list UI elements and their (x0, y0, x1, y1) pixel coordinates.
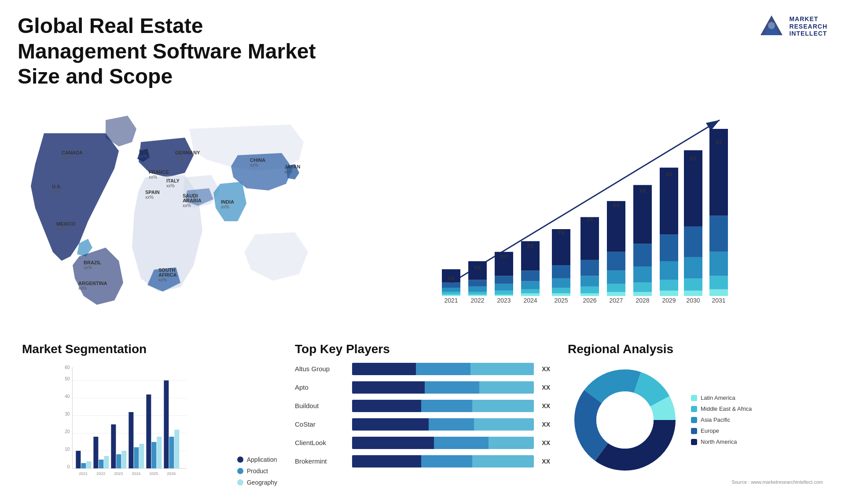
svg-rect-150 (174, 430, 179, 468)
svg-point-2 (768, 22, 775, 29)
svg-text:JAPAN: JAPAN (284, 164, 301, 169)
svg-text:XX: XX (586, 216, 593, 223)
svg-rect-59 (552, 278, 570, 288)
svg-text:XX: XX (715, 139, 722, 146)
svg-text:xx%: xx% (221, 205, 229, 209)
svg-rect-79 (660, 261, 678, 280)
svg-text:XX: XX (613, 202, 620, 208)
svg-rect-49 (495, 284, 513, 290)
player-bar (352, 381, 534, 394)
player-name: Altus Group (295, 365, 348, 373)
header: Global Real Estate Management Software M… (18, 13, 827, 89)
page: Global Real Estate Management Software M… (0, 0, 845, 504)
svg-rect-87 (709, 289, 728, 296)
svg-text:ARGENTINA: ARGENTINA (78, 281, 107, 286)
svg-text:CHINA: CHINA (250, 157, 265, 163)
svg-text:GERMANY: GERMANY (175, 150, 200, 155)
regional-section: Regional Analysis (563, 338, 827, 490)
logo-area: MARKET RESEARCH INTELLECT (758, 13, 827, 40)
svg-rect-140 (129, 412, 133, 468)
player-name: Apto (295, 383, 348, 391)
svg-text:2023: 2023 (114, 471, 123, 476)
svg-text:2022: 2022 (470, 297, 484, 304)
player-value: XX (542, 384, 550, 391)
svg-rect-133 (99, 460, 103, 468)
svg-text:2028: 2028 (636, 297, 649, 304)
svg-rect-38 (442, 292, 460, 295)
legend-dot-geography (237, 479, 243, 486)
svg-rect-83 (684, 278, 702, 290)
seg-bars-container: 0 10 20 30 40 50 60 (22, 363, 228, 486)
svg-text:XX: XX (527, 243, 534, 249)
player-value: XX (542, 458, 550, 465)
player-name: ClientLook (295, 439, 348, 446)
svg-rect-144 (146, 394, 151, 468)
svg-point-157 (596, 391, 654, 449)
svg-rect-75 (633, 244, 652, 267)
svg-text:xx%: xx% (284, 169, 293, 174)
svg-rect-52 (521, 293, 540, 296)
svg-rect-149 (169, 437, 174, 468)
legend-product: Product (237, 467, 277, 475)
svg-rect-68 (607, 284, 625, 292)
player-value: XX (542, 439, 550, 446)
svg-text:XX: XX (690, 156, 697, 162)
svg-text:2025: 2025 (554, 297, 568, 304)
svg-text:2021: 2021 (444, 297, 458, 304)
players-section: Top Key Players Altus Group XX Apto (290, 338, 555, 490)
svg-text:XX: XX (665, 172, 672, 178)
player-row: Apto XX (295, 381, 550, 394)
svg-rect-45 (468, 280, 487, 286)
player-bar (352, 363, 534, 375)
logo-text: MARKET RESEARCH INTELLECT (789, 15, 827, 37)
source-text: Source : www.marketresearchintellect.com (568, 479, 823, 485)
svg-text:2031: 2031 (712, 297, 725, 304)
svg-text:10: 10 (65, 447, 70, 452)
svg-text:xx%: xx% (183, 203, 191, 208)
svg-text:U.S.: U.S. (52, 184, 61, 189)
donut-chart (568, 363, 682, 477)
svg-text:CANADA: CANADA (62, 150, 83, 155)
players-title: Top Key Players (295, 342, 550, 356)
svg-rect-50 (495, 276, 513, 284)
svg-text:xx%: xx% (166, 183, 175, 188)
svg-text:ITALY: ITALY (166, 178, 180, 183)
svg-text:2024: 2024 (132, 471, 140, 476)
player-value: XX (542, 402, 550, 409)
svg-text:xx%: xx% (78, 286, 87, 291)
svg-text:ARABIA: ARABIA (183, 198, 202, 203)
seg-chart-svg: 0 10 20 30 40 50 60 (22, 363, 228, 486)
svg-rect-55 (521, 270, 540, 281)
svg-rect-89 (709, 252, 728, 276)
bar-chart: 2021 2022 2023 2024 2025 2026 2027 2028 … (339, 107, 819, 318)
svg-rect-70 (607, 252, 625, 270)
svg-rect-64 (580, 276, 599, 286)
player-bar (352, 400, 534, 412)
player-bar (352, 418, 534, 431)
svg-rect-148 (164, 380, 169, 468)
svg-rect-85 (684, 226, 702, 257)
svg-rect-132 (93, 437, 98, 468)
svg-text:xx%: xx% (250, 163, 258, 168)
svg-text:xx%: xx% (84, 265, 92, 270)
svg-text:XX: XX (500, 254, 507, 260)
svg-rect-141 (134, 447, 139, 468)
svg-rect-44 (468, 287, 487, 292)
player-row: Brokermint XX (295, 455, 550, 467)
svg-rect-67 (607, 292, 625, 296)
svg-rect-60 (552, 265, 570, 278)
svg-text:INDIA: INDIA (221, 199, 234, 205)
segmentation-section: Market Segmentation 0 10 20 30 40 50 (18, 338, 282, 490)
svg-text:BRAZIL: BRAZIL (84, 260, 102, 265)
svg-text:AFRICA: AFRICA (158, 272, 177, 278)
svg-rect-134 (104, 456, 109, 468)
player-row: CoStar XX (295, 418, 550, 431)
svg-rect-71 (607, 201, 625, 252)
svg-text:2026: 2026 (583, 297, 596, 304)
legend-europe: Europe (691, 427, 752, 434)
svg-text:SPAIN: SPAIN (145, 190, 160, 195)
player-bar (352, 455, 534, 467)
svg-text:xx%: xx% (52, 189, 60, 194)
donut-legend: Latin America Middle East & Africa Asia … (691, 394, 752, 445)
svg-rect-145 (151, 442, 156, 468)
